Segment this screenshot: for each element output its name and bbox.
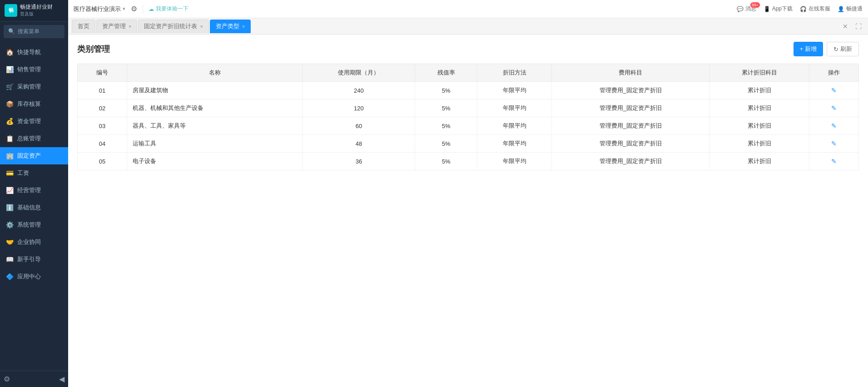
cell-salvage: 5%	[415, 153, 477, 170]
cell-name: 机器、机械和其他生产设备	[127, 99, 303, 117]
sales-icon: 📊	[5, 66, 14, 73]
guide-icon: 📖	[5, 256, 14, 263]
table-row: 03 器具、工具、家具等 60 5% 年限平均 管理费用_固定资产折旧 累计折旧…	[78, 117, 859, 135]
inventory-icon: 📦	[5, 100, 14, 108]
tab-asset-type-label: 资产类型	[216, 22, 239, 30]
sidebar-item-quick-nav[interactable]: 🏠 快捷导航	[0, 44, 68, 61]
tab-asset-mgmt-label: 资产管理	[102, 22, 126, 30]
sidebar-item-purchase[interactable]: 🛒 采购管理	[0, 78, 68, 95]
edit-button[interactable]: ✎	[831, 87, 837, 94]
edit-button[interactable]: ✎	[831, 140, 837, 147]
payroll-icon: 💳	[5, 169, 14, 177]
sidebar-item-app-center[interactable]: 🔷 应用中心	[0, 268, 68, 285]
sidebar-item-funds[interactable]: 💰 资金管理	[0, 113, 68, 130]
tab-asset-type-close[interactable]: ×	[242, 24, 245, 29]
category-table: 编号 名称 使用期限（月） 残值率 折旧方法 费用科目 累计折旧科目 操作 01…	[77, 64, 859, 170]
system-icon: ⚙️	[5, 221, 14, 228]
cell-method: 年限平均	[477, 135, 552, 153]
settings-footer-button[interactable]: ⚙	[4, 375, 10, 383]
trial-button[interactable]: ☁ 我要体验一下	[149, 5, 188, 13]
edit-button[interactable]: ✎	[831, 122, 837, 129]
app-name: 畅捷通好业财	[20, 4, 53, 11]
tab-home[interactable]: 首页	[72, 20, 95, 33]
cell-name: 房屋及建筑物	[127, 82, 303, 99]
edit-button[interactable]: ✎	[831, 158, 837, 165]
cell-salvage: 5%	[415, 99, 477, 117]
cell-code: 05	[78, 153, 127, 170]
sidebar-item-label: 快捷导航	[17, 48, 41, 56]
table-row: 04 运输工具 48 5% 年限平均 管理费用_固定资产折旧 累计折旧 ✎	[78, 135, 859, 153]
search-label: 搜索菜单	[18, 28, 40, 35]
edit-button[interactable]: ✎	[831, 104, 837, 112]
cell-period: 60	[303, 117, 415, 135]
sidebar-item-label: 库存核算	[17, 100, 41, 108]
table-row: 05 电子设备 36 5% 年限平均 管理费用_固定资产折旧 累计折旧 ✎	[78, 153, 859, 170]
tab-depreciation-report-close[interactable]: ×	[200, 24, 203, 29]
close-tab-button[interactable]: ✕	[840, 22, 851, 31]
sidebar-item-ledger[interactable]: 📋 总账管理	[0, 130, 68, 147]
cell-expense: 管理费用_固定资产折旧	[552, 135, 709, 153]
cell-name: 运输工具	[127, 135, 303, 153]
search-icon: 🔍	[8, 28, 15, 35]
operations-icon: 📈	[5, 187, 14, 194]
sidebar-item-payroll[interactable]: 💳 工资	[0, 164, 68, 182]
tab-asset-type[interactable]: 资产类型 ×	[210, 20, 251, 33]
app-download-button[interactable]: 📱 App下载	[764, 5, 793, 13]
sidebar-item-inventory[interactable]: 📦 库存核算	[0, 95, 68, 113]
sidebar-item-sales[interactable]: 📊 销售管理	[0, 61, 68, 78]
sidebar-item-fixed-assets[interactable]: 🏢 固定资产	[0, 147, 68, 164]
cell-code: 04	[78, 135, 127, 153]
sidebar-item-operations[interactable]: 📈 经营管理	[0, 182, 68, 199]
cell-salvage: 5%	[415, 135, 477, 153]
sidebar-item-label: 固定资产	[17, 152, 41, 160]
company-selector[interactable]: 医疗器械行业演示 ▾	[74, 5, 125, 13]
trial-label: 我要体验一下	[156, 5, 188, 13]
new-button[interactable]: + 新增	[794, 42, 823, 56]
search-menu-button[interactable]: 🔍 搜索菜单	[4, 25, 64, 38]
col-header-expense: 费用科目	[552, 64, 709, 82]
app-download-label: App下载	[772, 5, 793, 13]
tab-depreciation-report[interactable]: 固定资产折旧统计表 ×	[138, 20, 208, 33]
fixed-assets-icon: 🏢	[5, 152, 14, 159]
collapse-sidebar-button[interactable]: ◀	[59, 375, 64, 383]
cell-action: ✎	[809, 153, 859, 170]
user-icon: 👤	[838, 6, 844, 12]
sidebar-menu: 🏠 快捷导航 📊 销售管理 🛒 采购管理 📦 库存核算 💰 资金管理 📋 总账管…	[0, 42, 68, 371]
company-name: 医疗器械行业演示	[74, 5, 121, 13]
tab-asset-mgmt-close[interactable]: ×	[129, 24, 131, 29]
sidebar-item-cooperation[interactable]: 🤝 企业协同	[0, 233, 68, 251]
chevron-down-icon: ▾	[123, 6, 125, 12]
cell-action: ✎	[809, 135, 859, 153]
col-header-action: 操作	[809, 64, 859, 82]
refresh-icon: ↻	[833, 46, 838, 53]
refresh-button[interactable]: ↻ 刷新	[827, 42, 859, 56]
cell-code: 03	[78, 117, 127, 135]
customer-service-button[interactable]: 🎧 在线客服	[800, 5, 830, 13]
restore-tab-button[interactable]: ⛶	[853, 22, 864, 31]
sidebar-item-guide[interactable]: 📖 新手引导	[0, 251, 68, 268]
page-actions: + 新增 ↻ 刷新	[794, 42, 859, 56]
tab-asset-mgmt[interactable]: 资产管理 ×	[96, 20, 137, 33]
cell-accumulated: 累计折旧	[709, 117, 809, 135]
username-label: 畅捷通	[846, 5, 863, 13]
home-icon: 🏠	[5, 49, 14, 56]
user-button[interactable]: 👤 畅捷通	[838, 5, 863, 13]
col-header-code: 编号	[78, 64, 127, 82]
cell-action: ✎	[809, 117, 859, 135]
tab-depreciation-report-label: 固定资产折旧统计表	[144, 22, 197, 30]
topbar-settings-button[interactable]: ⚙	[131, 5, 137, 13]
sidebar-item-label: 总账管理	[17, 134, 41, 143]
cell-method: 年限平均	[477, 82, 552, 99]
sidebar-item-label: 系统管理	[17, 221, 41, 229]
tabbar: 首页 资产管理 × 固定资产折旧统计表 × 资产类型 × ✕ ⛶	[68, 18, 868, 35]
phone-icon: 📱	[764, 6, 770, 12]
cell-accumulated: 累计折旧	[709, 99, 809, 117]
messages-button[interactable]: 💬 消息 99+	[737, 5, 756, 13]
purchase-icon: 🛒	[5, 83, 14, 90]
page-header: 类别管理 + 新增 ↻ 刷新	[77, 42, 859, 56]
sidebar-item-system[interactable]: ⚙️ 系统管理	[0, 216, 68, 233]
cell-code: 02	[78, 99, 127, 117]
sidebar-item-basic-info[interactable]: ℹ️ 基础信息	[0, 199, 68, 216]
sidebar-item-label: 销售管理	[17, 65, 41, 74]
sidebar-search-area: 🔍 搜索菜单	[0, 21, 68, 42]
